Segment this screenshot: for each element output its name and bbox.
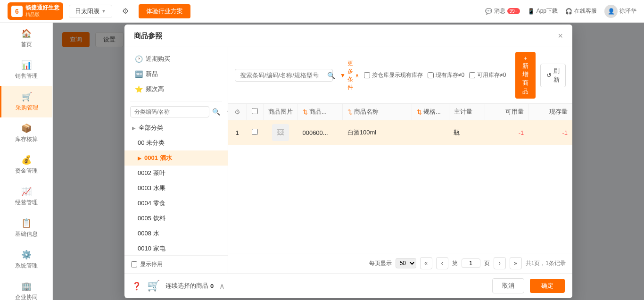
message-icon: 💬 (485, 8, 492, 15)
th-spec: ⇅ 规格... (412, 104, 449, 120)
clock-icon: 🕐 (135, 55, 143, 63)
cat-fruit[interactable]: 0003 水果 (124, 181, 228, 196)
product-search-icon[interactable]: 🔍 (327, 72, 335, 79)
toolbar: 🔍 ▼ 更多条件 ∧ 按仓库显示现有库存 (228, 47, 572, 104)
modal-title: 商品参照 (134, 32, 162, 41)
sidebar-item-system[interactable]: ⚙️ 系统管理 (0, 244, 52, 275)
service-nav-item[interactable]: 🎧 在线客服 (565, 7, 597, 15)
sidebar-item-basics[interactable]: 📋 基础信息 (0, 212, 52, 244)
available-stock-checkbox[interactable] (469, 72, 475, 78)
nav-right: 💬 消息 99+ 📱 App下载 🎧 在线客服 👤 徐泽华 (485, 5, 636, 18)
sidebar-item-purchase[interactable]: 🛒 采购管理 (0, 86, 52, 117)
tab-high-frequency[interactable]: ⭐ 频次高 (130, 82, 222, 96)
chevron-down-icon: ▼ (101, 8, 106, 14)
cart-icon: 🛒 (147, 280, 160, 292)
sidebar-item-finance[interactable]: 💰 资金管理 (0, 149, 52, 181)
th-unit: 主计量 (449, 104, 485, 120)
row-checkbox[interactable] (252, 129, 258, 135)
category-search-input[interactable] (130, 106, 209, 117)
spec-sort[interactable]: ⇅ 规格... (417, 108, 444, 116)
close-icon[interactable]: × (558, 31, 563, 41)
cat-appliances[interactable]: 0010 家电 (124, 241, 228, 255)
confirm-button[interactable]: 确定 (530, 279, 565, 293)
page-number-input[interactable]: 1 (462, 258, 480, 268)
sidebar-item-operations[interactable]: 📈 经营管理 (0, 181, 52, 212)
message-badge: 99+ (507, 8, 520, 14)
user-nav-item[interactable]: 👤 徐泽华 (604, 5, 636, 18)
product-table: ⚙ 商品图片 (228, 104, 572, 145)
product-search-input[interactable] (235, 69, 333, 82)
cart-text: 连续选择的商品 0 (165, 282, 214, 290)
next-page-button[interactable]: › (494, 257, 506, 269)
tab-new-products[interactable]: 🆕 新品 (130, 67, 222, 81)
prev-page-button[interactable]: ‹ (436, 257, 448, 269)
category-search-icon[interactable]: 🔍 (212, 108, 220, 116)
cat-water[interactable]: 0008 水 (124, 226, 228, 241)
top-nav: 6 畅捷通好生意 精品版 日太阳膜 ▼ ⚙ 体验行业方案 💬 消息 99+ 📱 … (0, 0, 644, 23)
cat-beverages[interactable]: 0005 饮料 (124, 211, 228, 226)
app-download-nav-item[interactable]: 📱 App下载 (528, 7, 558, 15)
th-product-image: 商品图片 (263, 104, 297, 120)
main-content: 查询 设置 刷新 商品参照 × 🕐 (53, 23, 644, 300)
product-code-sort[interactable]: ⇅ 商品... (303, 108, 338, 116)
messages-nav-item[interactable]: 💬 消息 99+ (485, 7, 520, 15)
cat-unclassified[interactable]: 00 未分类 (124, 135, 228, 150)
filter-icon: ▼ (340, 72, 346, 79)
sort-arrow-icon-3: ⇅ (417, 108, 422, 116)
select-all-checkbox[interactable] (252, 108, 258, 114)
modal-footer: ❓ 🛒 连续选择的商品 0 ∧ 取消 确定 (124, 273, 572, 298)
refresh-button[interactable]: ↺ 刷新 (540, 64, 566, 87)
show-disabled-checkbox[interactable] (131, 261, 137, 267)
warehouse-stock-checkbox-label[interactable]: 按仓库显示现有库存 (364, 71, 423, 79)
modal-header: 商品参照 × (124, 25, 572, 47)
tab-recent-purchase[interactable]: 🕐 近期购买 (130, 52, 222, 66)
show-disabled-label[interactable]: 显示停用 (140, 260, 163, 268)
left-panel: 🕐 近期购买 🆕 新品 ⭐ 频次高 (124, 47, 228, 273)
collapse-panel-icon[interactable]: 《 (223, 107, 228, 117)
table-row[interactable]: 1 🖼 (228, 120, 572, 145)
filter-button[interactable]: ▼ 更多条件 ∧ (340, 59, 359, 92)
category-list: ▶ 全部分类 00 未分类 ▶ 0001 酒水 0002 茶 (124, 120, 228, 255)
cat-snacks[interactable]: 0004 零食 (124, 196, 228, 211)
product-name-sort[interactable]: ⇅ 商品名称 (347, 108, 407, 116)
sidebar-item-sales[interactable]: 📊 销售管理 (0, 54, 52, 86)
per-page-select[interactable]: 50 (396, 258, 416, 268)
current-stock-checkbox-label[interactable]: 现有库存≠0 (428, 71, 464, 79)
row-stock: -1 (528, 120, 572, 145)
th-stock: 现存量 (528, 104, 572, 120)
first-page-button[interactable]: « (420, 257, 432, 269)
row-unit: 瓶 (449, 120, 485, 145)
current-stock-checkbox[interactable] (428, 72, 434, 78)
add-product-button[interactable]: + 新增商品 (515, 52, 536, 99)
sidebar-item-home[interactable]: 🏠 首页 (0, 23, 52, 54)
row-checkbox-cell (247, 120, 264, 145)
product-image-sort[interactable]: 商品图片 (268, 108, 293, 116)
divider (130, 101, 222, 101)
sidebar-item-enterprise[interactable]: 🏢 企业协同 (0, 275, 52, 300)
product-table-wrap: ⚙ 商品图片 (228, 104, 572, 253)
cart-icon-wrap[interactable]: 🛒 (147, 280, 160, 292)
cancel-button[interactable]: 取消 (492, 278, 524, 293)
nav-dropdown[interactable]: 日太阳膜 ▼ (69, 5, 112, 18)
row-num: 1 (228, 120, 247, 145)
operations-icon: 📈 (21, 186, 32, 197)
cta-button[interactable]: 体验行业方案 (139, 4, 190, 18)
image-icon: 🖼 (277, 128, 284, 137)
help-icon[interactable]: ❓ (132, 282, 141, 291)
gear-icon[interactable]: ⚙ (118, 4, 133, 19)
available-stock-checkbox-label[interactable]: 可用库存≠0 (469, 71, 506, 79)
mobile-icon: 📱 (528, 8, 535, 15)
logo-icon: 6 (11, 6, 23, 17)
logo-sub: 精品版 (25, 11, 59, 18)
refresh-icon: ↺ (546, 72, 552, 79)
pagination: 每页显示 50 « ‹ 第 1 页 › » 共1页，1条记录 (228, 253, 572, 273)
table-gear-icon[interactable]: ⚙ (234, 108, 240, 116)
collapse-icon[interactable]: ∧ (219, 282, 225, 291)
cat-all[interactable]: ▶ 全部分类 (124, 120, 228, 135)
warehouse-stock-checkbox[interactable] (364, 72, 370, 78)
th-product-name: ⇅ 商品名称 (343, 104, 412, 120)
cat-tea[interactable]: 0002 茶叶 (124, 166, 228, 181)
cat-liquor[interactable]: ▶ 0001 酒水 (124, 150, 228, 166)
last-page-button[interactable]: » (510, 257, 522, 269)
sidebar-item-inventory[interactable]: 📦 库存核算 (0, 117, 52, 149)
